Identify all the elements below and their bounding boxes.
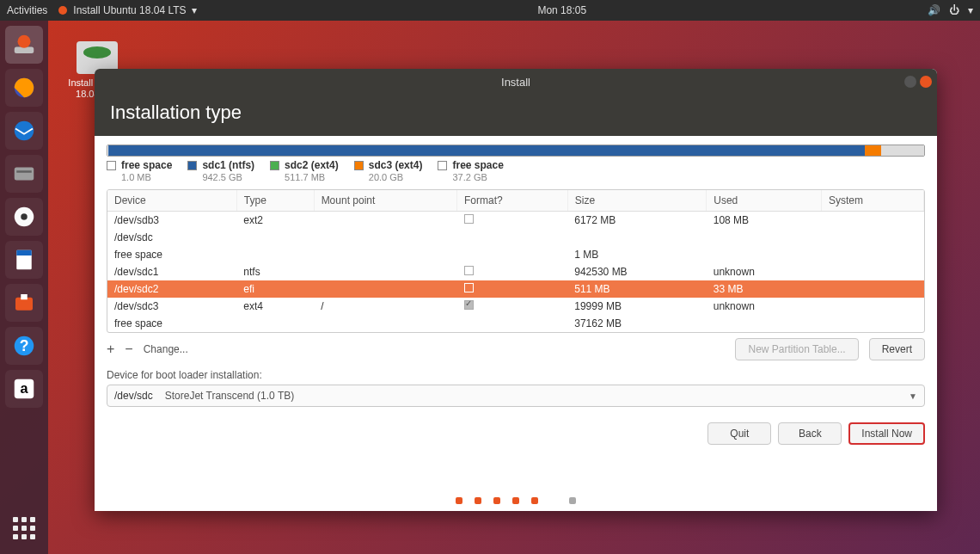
dock-help[interactable]: ? [5,327,43,365]
cell-device: /dev/sdc1 [107,263,236,280]
column-header[interactable]: Mount point [314,190,456,212]
quit-button[interactable]: Quit [707,422,771,445]
cell-mount [314,280,456,298]
page-dot [569,497,576,504]
legend-swatch [438,161,447,170]
show-apps-button[interactable] [5,509,43,547]
legend-size: 942.5 GB [202,172,254,183]
cell-mount [314,246,456,263]
cell-format [457,263,568,280]
cell-used [707,229,822,246]
legend-size: 37.2 GB [452,172,503,183]
svg-point-4 [15,121,34,141]
new-partition-table-button[interactable]: New Partition Table... [735,338,858,360]
table-row[interactable]: /dev/sdc1 ntfs 942530 MB unknown [107,263,924,280]
cell-system [821,229,923,246]
activities-button[interactable]: Activities [7,4,47,16]
gnome-top-panel: Activities Install Ubuntu 18.04 LTS ▾ Mo… [0,0,980,21]
bootloader-device: /dev/sdc [114,390,153,402]
dock-rhythmbox[interactable] [5,198,43,236]
column-header[interactable]: Size [567,190,707,212]
partition-segment [108,145,865,156]
column-header[interactable]: System [821,190,923,212]
install-now-button[interactable]: Install Now [848,422,925,445]
cell-used: 108 MB [707,212,822,230]
wizard-footer: Quit Back Install Now [107,422,925,445]
format-checkbox[interactable] [464,283,474,292]
partition-usage-bar [107,145,925,157]
dock-writer[interactable] [5,241,43,279]
page-heading: Installation type [95,95,937,136]
table-row[interactable]: /dev/sdc [107,229,924,246]
column-header[interactable]: Type [236,190,314,212]
format-checkbox[interactable] [464,300,474,310]
remove-partition-button[interactable]: − [125,342,132,357]
legend-item: sdc3 (ext4) 20.0 GB [354,160,423,182]
dock-firefox[interactable] [5,69,43,107]
dock-files[interactable] [5,155,43,193]
volume-icon[interactable]: 🔊 [928,4,940,16]
svg-text:?: ? [20,337,29,354]
close-button[interactable] [920,76,932,88]
cell-format [457,212,568,230]
format-checkbox[interactable] [464,214,474,224]
minimize-button[interactable] [904,76,916,88]
clock[interactable]: Mon 18:05 [197,4,928,16]
table-row[interactable]: /dev/sdb3 ext2 6172 MB 108 MB [107,212,924,230]
cell-type: ext2 [236,212,314,230]
page-dot [475,497,481,504]
legend-label: sdc2 (ext4) [285,160,339,172]
bootloader-label: Device for boot loader installation: [107,369,925,381]
legend-size: 1.0 MB [121,172,172,183]
chevron-down-icon[interactable]: ▾ [968,4,973,16]
cell-device: /dev/sdc3 [107,298,236,315]
cell-mount [314,212,456,230]
cell-mount: / [314,298,456,315]
app-menu[interactable]: Install Ubuntu 18.04 LTS ▾ [58,4,196,16]
dock-software[interactable] [5,284,43,322]
page-indicator [456,497,576,504]
table-row[interactable]: free space 37162 MB [107,315,924,332]
cell-used: unknown [707,298,822,315]
column-header[interactable]: Used [707,190,822,212]
revert-button[interactable]: Revert [869,338,925,360]
cell-format [457,280,568,298]
page-dot [531,497,538,504]
cell-type [236,246,314,263]
legend-swatch [187,161,197,170]
add-partition-button[interactable]: + [107,342,114,357]
installer-window: Install Installation type free space 1.0… [95,69,937,511]
cell-mount [314,229,456,246]
format-checkbox[interactable] [464,266,474,275]
legend-item: sdc1 (ntfs) 942.5 GB [187,160,254,182]
dock-amazon[interactable]: a [5,370,43,408]
cell-used [707,246,822,263]
cell-system [821,246,923,263]
bootloader-select[interactable]: /dev/sdc StoreJet Transcend (1.0 TB) ▼ [107,385,925,407]
cell-used: unknown [707,263,822,280]
table-row[interactable]: /dev/sdc3 ext4 / 19999 MB unknown [107,298,924,315]
cell-mount [314,263,456,280]
ubuntu-logo-icon [58,5,68,15]
cell-size: 511 MB [567,280,707,298]
page-dot [512,497,519,504]
table-row[interactable]: /dev/sdc2 efi 511 MB 33 MB [107,280,924,298]
partition-toolbar: + − Change... New Partition Table... Rev… [107,338,925,360]
apps-grid-icon [13,517,35,539]
window-titlebar[interactable]: Install [95,69,937,95]
column-header[interactable]: Device [107,190,236,212]
cell-size: 942530 MB [567,263,707,280]
back-button[interactable]: Back [778,422,842,445]
dock-installer[interactable] [5,26,43,64]
svg-point-8 [21,213,28,220]
change-partition-button[interactable]: Change... [144,343,188,355]
legend-label: free space [452,160,503,172]
cell-type [236,229,314,246]
dock-thunderbird[interactable] [5,112,43,150]
table-row[interactable]: free space 1 MB [107,246,924,263]
column-header[interactable]: Format? [457,190,568,212]
cell-used: 33 MB [707,280,822,298]
power-icon[interactable]: ⏻ [949,4,959,16]
chevron-down-icon: ▼ [909,391,917,401]
cell-used [707,315,822,332]
